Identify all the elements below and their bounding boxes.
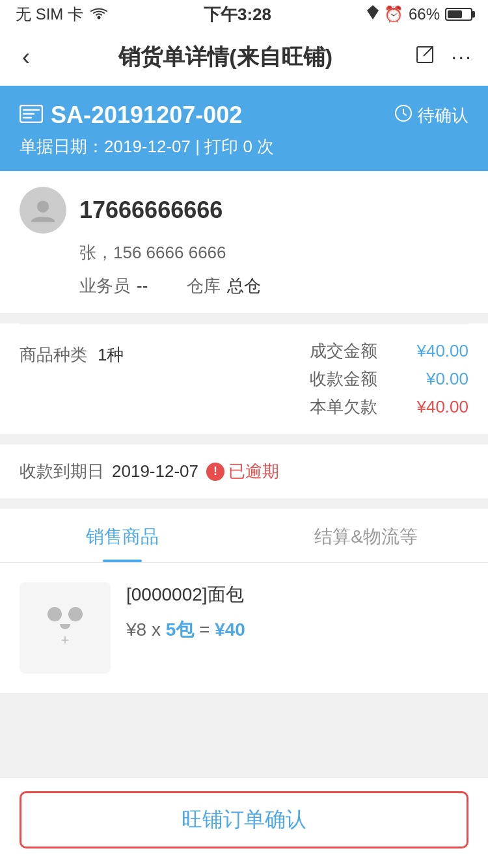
product-thumb-inner: +	[47, 607, 83, 649]
tab-settlement[interactable]: 结算&物流等	[244, 509, 488, 562]
due-date-label: 收款到期日	[20, 460, 104, 483]
warehouse-value: 总仓	[227, 275, 261, 297]
product-thumbnail: +	[20, 582, 111, 673]
status-left: 无 SIM 卡	[16, 4, 108, 25]
salesperson-value: --	[137, 276, 148, 296]
order-icon	[20, 102, 43, 129]
order-date: 单据日期：2019-12-07 | 打印 0 次	[20, 135, 468, 158]
overdue-badge: ! 已逾期	[206, 460, 279, 483]
overdue-text: 已逾期	[228, 460, 279, 483]
receipt-amount-label: 收款金额	[299, 368, 377, 390]
bottom-bar: 旺铺订单确认	[0, 778, 488, 868]
customer-section: 17666666666 张，156 6666 6666 业务员 -- 仓库 总仓	[0, 171, 488, 313]
summary-content: 商品种类 1种 成交金额 ¥40.00 收款金额 ¥0.00 本单欠款 ¥40.…	[0, 324, 488, 434]
customer-name: 张，156 6666 6666	[79, 241, 468, 264]
owl-eyes	[47, 607, 83, 621]
order-id-text: SA-20191207-002	[51, 102, 242, 129]
debt-amount-label: 本单欠款	[299, 396, 377, 418]
customer-row: 17666666666	[20, 187, 468, 234]
status-bar: 无 SIM 卡 下午3:28 ⏰ 66%	[0, 0, 488, 29]
battery-percent: 66%	[409, 5, 440, 23]
deal-amount-row: 成交金额 ¥40.00	[299, 340, 468, 362]
amounts: 成交金额 ¥40.00 收款金额 ¥0.00 本单欠款 ¥40.00	[299, 340, 468, 418]
product-qty: 5包	[166, 619, 195, 640]
status-right: ⏰ 66%	[367, 5, 472, 23]
order-banner-top: SA-20191207-002 待确认	[20, 102, 468, 129]
product-unit-price: ¥8 x	[126, 619, 166, 640]
owl-eye-right	[68, 607, 83, 621]
order-banner: SA-20191207-002 待确认 单据日期：2019-12-07 | 打印…	[0, 86, 488, 171]
salesperson-label: 业务员	[79, 275, 130, 297]
carrier-text: 无 SIM 卡	[16, 4, 83, 25]
order-status: 待确认	[394, 104, 468, 127]
nav-bar: ‹ 销货单详情(来自旺铺) ···	[0, 29, 488, 86]
product-type-label: 商品种类	[20, 344, 87, 366]
page-title: 销货单详情(来自旺铺)	[118, 42, 332, 72]
deal-amount-value: ¥40.00	[390, 341, 468, 361]
share-button[interactable]	[414, 44, 435, 70]
overdue-icon: !	[206, 463, 224, 481]
debt-amount-value: ¥40.00	[390, 397, 468, 417]
more-button[interactable]: ···	[451, 45, 472, 69]
summary-section: 商品种类 1种 成交金额 ¥40.00 收款金额 ¥0.00 本单欠款 ¥40.…	[0, 323, 488, 434]
warehouse-item: 仓库 总仓	[187, 275, 261, 297]
salesperson-item: 业务员 --	[79, 275, 148, 297]
debt-amount-row: 本单欠款 ¥40.00	[299, 396, 468, 418]
product-equals: =	[194, 619, 215, 640]
product-type: 商品种类 1种	[20, 340, 124, 366]
customer-phone: 17666666666	[79, 197, 223, 224]
product-info: [0000002]面包 ¥8 x 5包 = ¥40	[126, 582, 468, 642]
receipt-amount-row: 收款金额 ¥0.00	[299, 368, 468, 390]
product-price-row: ¥8 x 5包 = ¥40	[126, 617, 468, 642]
receipt-amount-value: ¥0.00	[390, 369, 468, 389]
svg-point-0	[98, 16, 101, 20]
product-total: ¥40	[215, 619, 245, 640]
back-button[interactable]: ‹	[16, 37, 36, 77]
deal-amount-label: 成交金额	[299, 340, 377, 362]
clock-icon	[394, 104, 413, 127]
warehouse-label: 仓库	[187, 275, 221, 297]
location-icon	[367, 5, 379, 23]
owl-beak	[60, 624, 70, 629]
customer-avatar	[20, 187, 66, 234]
nav-right-actions: ···	[414, 44, 472, 70]
tabs-header: 销售商品 结算&物流等	[0, 509, 488, 563]
alarm-icon: ⏰	[384, 5, 403, 23]
svg-point-4	[37, 200, 49, 212]
battery-icon	[445, 8, 472, 21]
status-time: 下午3:28	[204, 3, 271, 26]
tab-sales-goods[interactable]: 销售商品	[0, 509, 244, 562]
product-item: + [0000002]面包 ¥8 x 5包 = ¥40	[0, 563, 488, 693]
customer-meta: 业务员 -- 仓库 总仓	[79, 275, 468, 297]
due-date-section: 收款到期日 2019-12-07 ! 已逾期	[0, 444, 488, 498]
product-name: [0000002]面包	[126, 582, 468, 607]
order-id: SA-20191207-002	[20, 102, 242, 129]
tabs-section: 销售商品 结算&物流等 + [0000002]面包 ¥8 x 5包 = ¥40	[0, 509, 488, 693]
order-status-text: 待确认	[418, 104, 468, 127]
owl-eye-left	[47, 607, 62, 621]
owl-plus: +	[61, 632, 70, 649]
confirm-order-button[interactable]: 旺铺订单确认	[20, 791, 468, 848]
wifi-icon	[90, 5, 108, 23]
due-date-value: 2019-12-07	[112, 461, 198, 481]
product-type-value: 1种	[98, 344, 124, 366]
